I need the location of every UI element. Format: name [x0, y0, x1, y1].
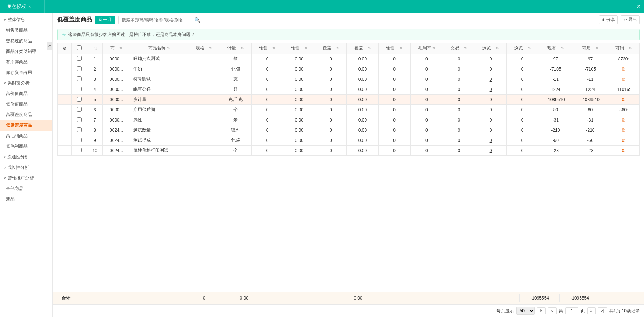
row-checkbox[interactable] [72, 95, 87, 105]
row-name[interactable]: 牛奶 [130, 64, 188, 74]
sidebar-item-低价值商品[interactable]: 低价值商品 [0, 99, 52, 110]
row-view1[interactable]: 0 [475, 115, 506, 125]
prev-page-button[interactable]: < [548, 307, 556, 314]
col-header-gross[interactable]: 毛利率⇅ [410, 43, 443, 54]
row-checkbox[interactable] [72, 74, 87, 84]
row-name[interactable]: 测试提成 [130, 135, 188, 146]
next-page-button[interactable]: > [587, 307, 596, 314]
row-checkbox[interactable] [72, 125, 87, 135]
close-icon[interactable]: × [637, 3, 640, 10]
sidebar-item-低覆盖度商品[interactable]: 低覆盖度商品 [0, 120, 52, 131]
row-select-checkbox[interactable] [77, 127, 82, 132]
select-all-checkbox[interactable] [77, 45, 82, 50]
col-header-code[interactable]: 商...⇅ [103, 43, 130, 54]
row-checkbox[interactable] [72, 146, 87, 156]
view1-link[interactable]: 0 [490, 138, 492, 143]
row-view1[interactable]: 0 [475, 64, 506, 74]
search-input[interactable] [118, 16, 191, 24]
view1-link[interactable]: 0 [490, 77, 492, 82]
view1-link[interactable]: 0 [490, 128, 492, 133]
row-checkbox[interactable] [72, 84, 87, 95]
last-page-button[interactable]: >| [598, 307, 607, 314]
row-name[interactable]: 测试数量 [130, 125, 188, 135]
view1-link[interactable]: 0 [490, 148, 492, 153]
row-view1[interactable]: 0 [475, 74, 506, 84]
row-select-checkbox[interactable] [77, 56, 82, 61]
sidebar-item-有库存商品[interactable]: 有库存商品 [0, 57, 52, 67]
row-select-checkbox[interactable] [77, 87, 82, 91]
row-name[interactable]: 多计量 [130, 95, 188, 105]
view1-link[interactable]: 0 [490, 67, 492, 72]
row-name[interactable]: 属性价格打印测试 [130, 146, 188, 156]
period-button[interactable]: 近一月 [95, 16, 115, 24]
row-name[interactable]: 旺铺批次测试 [130, 54, 188, 64]
col-header-unit[interactable]: 计量...⇅ [220, 43, 251, 54]
row-name[interactable]: 属性 [130, 115, 188, 125]
col-header-cover1[interactable]: 覆盖...⇅ [315, 43, 347, 54]
sidebar-item-高毛利商品[interactable]: 高毛利商品 [0, 131, 52, 141]
nav-tab-角色授权[interactable]: 角色授权× [3, 0, 45, 13]
view1-link[interactable]: 0 [490, 56, 492, 62]
row-checkbox[interactable] [72, 54, 87, 64]
close-tab-icon[interactable]: × [28, 4, 31, 9]
col-header-trade[interactable]: 交易...⇅ [443, 43, 475, 54]
col-header-view1[interactable]: 浏览...⇅ [475, 43, 506, 54]
view1-link[interactable]: 0 [490, 87, 492, 92]
col-header-sellable[interactable]: 可销...⇅ [608, 43, 639, 54]
per-page-select[interactable]: 50 20 100 [516, 307, 535, 315]
row-select-checkbox[interactable] [77, 107, 82, 112]
row-view1[interactable]: 0 [475, 95, 506, 105]
sidebar-collapse-button[interactable]: « [47, 42, 52, 50]
row-view1[interactable]: 0 [475, 135, 506, 146]
row-view1[interactable]: 0 [475, 146, 506, 156]
row-view1[interactable]: 0 [475, 105, 506, 115]
row-checkbox[interactable] [72, 135, 87, 146]
search-icon[interactable]: 🔍 [194, 17, 200, 23]
sidebar-item-商品分类动销率[interactable]: 商品分类动销率 [0, 46, 52, 57]
row-checkbox[interactable] [72, 105, 87, 115]
row-checkbox[interactable] [72, 115, 87, 125]
sidebar-item-高价值商品[interactable]: 高价值商品 [0, 88, 52, 99]
col-header-sales2[interactable]: 销售...⇅ [378, 43, 410, 54]
view1-link[interactable]: 0 [490, 118, 492, 123]
sidebar-section-成长性分析[interactable]: >成长性分析 [0, 162, 52, 173]
col-header-view2[interactable]: 浏览...⇅ [507, 43, 538, 54]
view1-link[interactable]: 0 [490, 107, 492, 112]
share-button[interactable]: ⬆ 分享 [599, 15, 618, 24]
col-header-current[interactable]: 现有...⇅ [538, 43, 573, 54]
sidebar-item-交易过的商品[interactable]: 交易过的商品 [0, 36, 52, 46]
col-header-cover2[interactable]: 覆盖...⇅ [347, 43, 378, 54]
row-name[interactable]: 启用保质期 [130, 105, 188, 115]
sidebar-item-低毛利商品[interactable]: 低毛利商品 [0, 141, 52, 152]
sidebar-section-整体信息[interactable]: ∨整体信息 [0, 15, 52, 25]
row-select-checkbox[interactable] [77, 148, 82, 152]
sidebar-section-流通性分析[interactable]: >流通性分析 [0, 152, 52, 162]
col-header-sales_amt[interactable]: 销售...⇅ [283, 43, 315, 54]
sidebar-section-类财富分析[interactable]: ∨类财富分析 [0, 78, 52, 88]
col-header-no[interactable]: ⇅ [87, 43, 103, 54]
row-view1[interactable]: 0 [475, 84, 506, 95]
table-wrapper[interactable]: ⚙⇅商...⇅商品名称⇅规格...⇅计量...⇅销售...⇅销售...⇅覆盖..… [53, 43, 644, 292]
col-header-avail[interactable]: 可用...⇅ [573, 43, 608, 54]
sidebar-section-营销推广分析[interactable]: ∨营销推广分析 [0, 173, 52, 183]
row-select-checkbox[interactable] [77, 66, 82, 71]
sidebar-item-销售类商品[interactable]: 销售类商品 [0, 25, 52, 36]
row-name[interactable]: 眠宝公仔 [130, 84, 188, 95]
row-select-checkbox[interactable] [77, 97, 82, 102]
row-name[interactable]: 符号测试 [130, 74, 188, 84]
row-select-checkbox[interactable] [77, 138, 82, 142]
col-header-settings[interactable]: ⚙ [58, 43, 72, 54]
export-button[interactable]: ↩ 导出 [621, 15, 640, 24]
first-page-button[interactable]: K [537, 307, 546, 314]
sidebar-item-全部商品[interactable]: 全部商品 [0, 183, 52, 194]
page-number-input[interactable] [565, 307, 578, 314]
sidebar-item-库存资金占用[interactable]: 库存资金占用 [0, 67, 52, 78]
col-header-checkbox[interactable] [72, 43, 87, 54]
sidebar-item-高覆盖度商品[interactable]: 高覆盖度商品 [0, 110, 52, 120]
settings-icon[interactable]: ⚙ [63, 46, 67, 51]
row-select-checkbox[interactable] [77, 76, 82, 81]
row-view1[interactable]: 0 [475, 54, 506, 64]
sidebar-item-新品[interactable]: 新品 [0, 194, 52, 205]
col-header-name[interactable]: 商品名称⇅ [130, 43, 188, 54]
row-select-checkbox[interactable] [77, 117, 82, 122]
